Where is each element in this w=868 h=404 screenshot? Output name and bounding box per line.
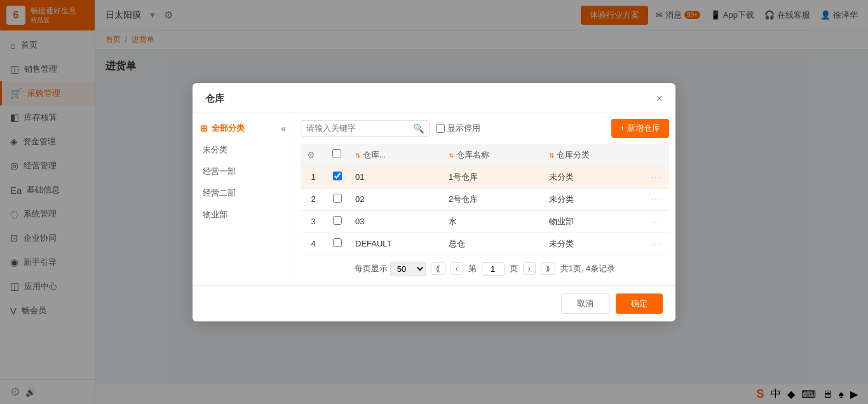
modal-footer: 取消 确定 (193, 285, 675, 321)
th-actions (644, 144, 669, 166)
sort-icon-code: ⇅ (355, 152, 360, 159)
th-gear: ⚙ (301, 144, 326, 166)
page-label: 第 (468, 263, 477, 274)
row-num: 4 (301, 232, 326, 255)
table-row[interactable]: 2 02 2号仓库 未分类 ··· (301, 188, 669, 210)
warehouse-table: ⚙ ⇅ 仓库... (301, 144, 669, 255)
page-prev-btn[interactable]: ‹ (451, 262, 463, 275)
th-name-label: 仓库名称 (456, 150, 489, 159)
category-item-3[interactable]: 物业部 (193, 204, 294, 226)
row-name: 1号仓库 (442, 166, 543, 188)
row-actions: ··· (644, 188, 669, 210)
th-code-label: 仓库... (363, 150, 386, 159)
row-name: 总仓 (442, 232, 543, 255)
row-more-btn[interactable]: ··· (651, 217, 662, 226)
th-category: ⇅ 仓库分类 (543, 144, 644, 166)
category-panel: ⊞ 全部分类 « 未分类 经营一部 经营二部 物业部 (193, 112, 294, 285)
table-row[interactable]: 3 03 水 物业部 ··· (301, 210, 669, 232)
show-disabled-text: 显示停用 (447, 123, 480, 134)
modal-title: 仓库 (205, 93, 224, 105)
category-item-2[interactable]: 经营二部 (193, 182, 294, 204)
search-icon: 🔍 (413, 123, 424, 133)
sort-icon-name: ⇅ (449, 152, 454, 159)
row-code: 02 (349, 188, 442, 210)
row-actions: ··· (644, 232, 669, 255)
row-category: 未分类 (543, 166, 644, 188)
row-checkbox[interactable] (326, 232, 349, 255)
row-checkbox[interactable] (326, 188, 349, 210)
cancel-btn[interactable]: 取消 (561, 293, 609, 314)
category-item-0[interactable]: 未分类 (193, 139, 294, 161)
row-category: 未分类 (543, 188, 644, 210)
row-actions: ··· (644, 210, 669, 232)
row-category: 未分类 (543, 232, 644, 255)
row-num: 2 (301, 188, 326, 210)
table-panel: 🔍 显示停用 + 新增仓库 (294, 112, 675, 285)
modal-overlay: 仓库 × ⊞ 全部分类 « 未分类 经营一部 经营二部 (95, 50, 868, 384)
th-category-label: 仓库分类 (557, 150, 590, 159)
table-gear-icon[interactable]: ⚙ (307, 150, 315, 160)
page-content: 进货单 仓库 × ⊞ 全部分类 « (95, 50, 868, 384)
all-category-label: 全部分类 (212, 123, 245, 134)
table-body: 1 01 1号仓库 未分类 ··· 2 02 2号仓库 未分类 ··· 3 03… (301, 166, 669, 255)
show-disabled-checkbox[interactable] (436, 124, 445, 133)
modal-close-btn[interactable]: × (656, 92, 663, 105)
modal-header: 仓库 × (193, 83, 675, 112)
th-code: ⇅ 仓库... (349, 144, 442, 166)
row-code: 01 (349, 166, 442, 188)
row-name: 水 (442, 210, 543, 232)
row-more-btn[interactable]: ··· (651, 239, 662, 248)
confirm-btn[interactable]: 确定 (616, 293, 663, 314)
total-info: 共1页, 4条记录 (560, 263, 616, 274)
per-page-dropdown[interactable]: 50 20 100 (390, 262, 426, 276)
pagination: 每页显示 50 20 100 ⟪ ‹ 第 页 (301, 255, 669, 279)
row-code: DEFAULT (349, 232, 442, 255)
table-row[interactable]: 4 DEFAULT 总仓 未分类 ··· (301, 232, 669, 255)
search-input[interactable] (306, 123, 409, 133)
all-category-item[interactable]: ⊞ 全部分类 « (193, 118, 294, 139)
th-name: ⇅ 仓库名称 (442, 144, 543, 166)
row-more-btn[interactable]: ··· (651, 172, 662, 182)
search-box: 🔍 (301, 120, 430, 137)
page-first-btn[interactable]: ⟪ (431, 262, 445, 275)
row-code: 03 (349, 210, 442, 232)
grid-icon: ⊞ (200, 123, 208, 133)
row-num: 3 (301, 210, 326, 232)
row-name: 2号仓库 (442, 188, 543, 210)
table-row[interactable]: 1 01 1号仓库 未分类 ··· (301, 166, 669, 188)
row-checkbox[interactable] (326, 166, 349, 188)
show-disabled-label[interactable]: 显示停用 (436, 123, 480, 134)
add-warehouse-btn[interactable]: + 新增仓库 (611, 119, 669, 138)
table-toolbar: 🔍 显示停用 + 新增仓库 (301, 119, 669, 138)
per-page-label: 每页显示 (355, 263, 388, 274)
table-container: ⚙ ⇅ 仓库... (301, 144, 669, 255)
row-checkbox[interactable] (326, 210, 349, 232)
page-unit: 页 (510, 263, 518, 274)
modal-body: ⊞ 全部分类 « 未分类 经营一部 经营二部 物业部 (193, 112, 675, 285)
th-check (326, 144, 349, 166)
select-all-checkbox[interactable] (332, 149, 341, 158)
main-area: 日太阳膜 ▼ ⚙ 体验行业方案 ✉ 消息 99+ 📱 App下载 🎧 在线客服 … (95, 0, 868, 404)
page-input[interactable] (482, 262, 505, 276)
table-header-row: ⚙ ⇅ 仓库... (301, 144, 669, 166)
page-next-btn[interactable]: › (523, 262, 536, 275)
page-last-btn[interactable]: ⟫ (541, 262, 555, 275)
cat-collapse-icon[interactable]: « (281, 123, 286, 133)
category-item-1[interactable]: 经营一部 (193, 161, 294, 182)
row-actions: ··· (644, 166, 669, 188)
sort-icon-cat: ⇅ (549, 152, 554, 159)
warehouse-modal: 仓库 × ⊞ 全部分类 « 未分类 经营一部 经营二部 (193, 83, 675, 321)
page-size-select: 每页显示 50 20 100 (355, 262, 426, 276)
row-category: 物业部 (543, 210, 644, 232)
row-num: 1 (301, 166, 326, 188)
row-more-btn[interactable]: ··· (651, 194, 662, 204)
